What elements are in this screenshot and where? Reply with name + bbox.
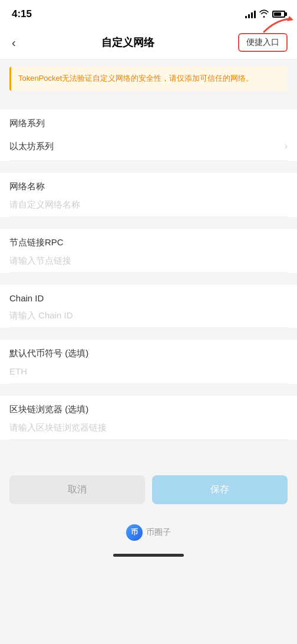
save-button[interactable]: 保存 (152, 475, 288, 504)
divider-2 (0, 161, 297, 167)
network-name-input[interactable] (9, 196, 288, 217)
token-symbol-input[interactable] (9, 363, 288, 384)
rpc-group: 节点链接RPC (0, 229, 297, 273)
bottom-buttons: 取消 保存 (0, 464, 297, 516)
divider-7 (0, 440, 297, 446)
status-bar: 4:15 (0, 0, 297, 26)
arrow-pointer (261, 14, 293, 35)
warning-text: TokenPocket无法验证自定义网络的安全性，请仅添加可信任的网络。 (18, 74, 253, 83)
divider-3 (0, 217, 297, 223)
token-symbol-group: 默认代币符号 (选填) (0, 340, 297, 384)
chain-id-label: Chain ID (9, 285, 288, 307)
page-title: 自定义网络 (101, 35, 154, 50)
status-time: 4:15 (12, 8, 32, 20)
token-symbol-label: 默认代币符号 (选填) (9, 340, 288, 363)
signal-icon (245, 10, 256, 18)
explorer-input[interactable] (9, 419, 288, 440)
warning-banner: TokenPocket无法验证自定义网络的安全性，请仅添加可信任的网络。 (9, 67, 288, 91)
rpc-input[interactable] (9, 252, 288, 273)
network-series-value: 以太坊系列 (9, 141, 54, 152)
watermark-logo: 币 (126, 524, 143, 541)
network-series-group: 网络系列 以太坊系列 › (0, 110, 297, 161)
network-series-label: 网络系列 (9, 110, 288, 133)
divider-1 (0, 98, 297, 104)
divider-8 (0, 446, 297, 452)
watermark: 币 币圈子 (0, 516, 297, 549)
explorer-group: 区块链浏览器 (选填) (0, 396, 297, 440)
explorer-label: 区块链浏览器 (选填) (9, 396, 288, 419)
chain-id-group: Chain ID (0, 285, 297, 328)
divider-5 (0, 328, 297, 334)
quick-entry-button[interactable]: 便捷入口 (238, 33, 288, 52)
chevron-right-icon: › (285, 141, 288, 152)
cancel-button[interactable]: 取消 (9, 475, 145, 504)
rpc-label: 节点链接RPC (9, 229, 288, 252)
divider-4 (0, 273, 297, 279)
network-name-label: 网络名称 (9, 173, 288, 196)
divider-6 (0, 384, 297, 390)
home-indicator (113, 554, 184, 557)
network-series-row[interactable]: 以太坊系列 › (9, 133, 288, 161)
watermark-logo-text: 币 (131, 527, 138, 537)
back-button[interactable]: ‹ (9, 34, 18, 52)
chain-id-input[interactable] (9, 307, 288, 328)
watermark-text: 币圈子 (146, 527, 171, 538)
network-name-group: 网络名称 (0, 173, 297, 217)
nav-bar: ‹ 自定义网络 便捷入口 (0, 26, 297, 60)
